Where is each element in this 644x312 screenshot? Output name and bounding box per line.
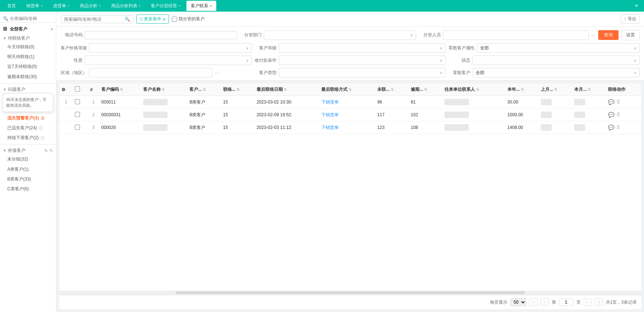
nav-tab-purchase[interactable]: 进货单 × [49, 1, 74, 11]
row3-more-icon[interactable]: ⠿ [616, 125, 620, 130]
next-page-button[interactable]: > [584, 299, 591, 306]
edit-icon[interactable]: ✎ [49, 148, 53, 153]
sidebar-item-class-b[interactable]: B类客户(33) [0, 174, 56, 184]
row2-last-method[interactable]: 下销货单 [319, 109, 375, 121]
all-customers-header[interactable]: ⊞ 全部客户 « [0, 24, 56, 34]
row3-last-method[interactable]: 下销货单 [319, 121, 375, 134]
sidebar-item-churn-warning[interactable]: 流失预警客户(3) ⚠ [0, 113, 56, 123]
sidebar-item-ungrouped[interactable]: 未分组(32) [0, 154, 56, 164]
row3-method-link[interactable]: 下销货单 [321, 125, 339, 130]
nav-tab-customer-contact-close[interactable]: × [210, 4, 212, 8]
nav-tab-sales-close[interactable]: × [41, 4, 43, 8]
row1-checkbox[interactable] [75, 99, 80, 104]
status-select[interactable]: ∨ [472, 56, 640, 65]
customer-table: ⚙ # 客户编码⇅ 客户名称⇅ 客户...⇅ 联络...⇅ 最后联络日期⇅ 最后… [59, 84, 641, 134]
nav-tab-analysis-list[interactable]: 商品分析列表 × [107, 1, 145, 11]
row2-action-icons: 💬 ⠿ [608, 112, 639, 118]
per-page-select[interactable]: 50 [510, 298, 526, 306]
filter-bar: 🔍 ▽ 更多条件 ∧ 我分管的客户 ↑ 导出 [56, 12, 644, 27]
row2-more-icon[interactable]: ⠿ [616, 112, 620, 118]
customer-grade-select[interactable]: ∨ [279, 43, 446, 53]
overdue-sort-icon: ⇅ [424, 88, 427, 92]
sidebar-item-overdue-contact[interactable]: 逾期未联络(30) [0, 72, 56, 82]
th-this-month[interactable]: 本月...⇅ [572, 84, 605, 96]
customer-type-select[interactable]: ∨ [279, 68, 446, 77]
sidebar-item-class-a[interactable]: A类客户(1) [0, 165, 56, 174]
th-last-month[interactable]: 上月...⇅ [539, 84, 572, 96]
nav-tab-customer-segment[interactable]: 客户分层经营 × [146, 1, 185, 11]
row2-this-month-blurred: ██ [574, 112, 585, 118]
sidebar-item-tomorrow-contact[interactable]: 明天待联络(1) [0, 52, 56, 62]
th-checkbox[interactable] [73, 84, 88, 96]
region-more-icon[interactable]: ··· [215, 70, 219, 76]
horizontal-scrollbar[interactable] [59, 291, 641, 295]
nav-tab-analysis-list-label: 商品分析列表 [111, 3, 137, 9]
sidebar-item-class-c[interactable]: C类客户(6) [0, 184, 56, 194]
dept-select[interactable]: ∨ [264, 31, 416, 40]
window-close-button[interactable]: × [632, 3, 641, 9]
th-type[interactable]: 客户...⇅ [187, 84, 221, 96]
person-more-icon[interactable]: ··· [591, 32, 595, 38]
row3-checkbox[interactable] [75, 125, 80, 130]
retail-customer-select[interactable]: 全部 ∨ [472, 68, 640, 77]
sidebar-item-today-contact[interactable]: 今天待联络(0) [0, 42, 56, 52]
th-this-year[interactable]: 本年...⇅ [505, 84, 539, 96]
row1-this-month: ██ [572, 96, 605, 109]
search-input[interactable] [64, 17, 123, 22]
th-contact-label: 联络... [223, 86, 236, 93]
row2-chat-icon[interactable]: 💬 [608, 112, 614, 118]
price-grade-select[interactable]: ∨ [89, 43, 252, 53]
row2-method-link[interactable]: 下销货单 [321, 112, 339, 117]
sidebar-item-churned[interactable]: 已流失客户(24) ⓘ [0, 123, 56, 133]
query-button[interactable]: 查询 [598, 30, 619, 40]
more-conditions-button[interactable]: ▽ 更多条件 ∧ [136, 15, 169, 24]
th-unit-contact[interactable]: 往来单位联系人⇅ [442, 84, 505, 96]
th-name[interactable]: 客户名称⇅ [141, 84, 188, 96]
nav-tab-analysis-list-close[interactable]: × [139, 4, 141, 8]
row1-method-link[interactable]: 下销货单 [321, 100, 339, 105]
select-all-checkbox[interactable] [75, 86, 80, 92]
warning-icon: ⚠ [41, 116, 45, 121]
sidebar-search-input[interactable] [10, 16, 53, 21]
row3-chat-icon[interactable]: 💬 [608, 125, 614, 130]
nav-tab-analysis[interactable]: 商品分析 × [76, 1, 105, 11]
row1-chat-icon[interactable]: 💬 [608, 99, 614, 105]
page-number-input[interactable] [559, 299, 573, 306]
row1-last-method[interactable]: 下销货单 [319, 96, 375, 109]
row2-unit-blurred: ██████ [444, 112, 469, 118]
nav-tab-purchase-close[interactable]: × [68, 4, 70, 8]
last-page-button[interactable]: >| [594, 299, 603, 306]
nav-tab-customer-segment-close[interactable]: × [178, 4, 181, 8]
region-select[interactable] [89, 68, 213, 77]
th-contact[interactable]: 联络...⇅ [221, 84, 254, 96]
person-select[interactable] [443, 31, 589, 40]
th-last-contact-date[interactable]: 最后联络日期⇅ [254, 84, 319, 96]
dept-label: 分管部门 [240, 32, 262, 38]
th-settings[interactable]: ⚙ [59, 84, 73, 96]
nav-tab-customer-contact[interactable]: 客户联系 × [186, 1, 216, 11]
nav-tab-purchase-label: 进货单 [53, 3, 66, 9]
th-overdue[interactable]: 逾期...⇅ [408, 84, 442, 96]
retail-attr-select[interactable]: 全部 ∨ [477, 43, 640, 53]
nav-home[interactable]: 首页 [3, 1, 20, 11]
my-customers-checkbox[interactable] [172, 17, 177, 22]
nav-tab-analysis-close[interactable]: × [99, 4, 101, 8]
prev-page-button[interactable]: < [541, 299, 548, 306]
first-page-button[interactable]: |< [529, 299, 538, 306]
export-button[interactable]: ↑ 导出 [621, 15, 640, 24]
settings-button[interactable]: 设置 [621, 30, 640, 40]
sidebar-collapse-button[interactable]: « [51, 27, 53, 32]
nav-tab-sales[interactable]: 销货单 × [22, 1, 47, 11]
row2-index [59, 109, 73, 121]
phone-input[interactable] [85, 31, 237, 39]
row2-checkbox[interactable] [75, 112, 80, 117]
row1-more-icon[interactable]: ⠿ [616, 99, 620, 105]
th-code[interactable]: 客户编码⇅ [99, 84, 141, 96]
sidebar-item-7day-contact[interactable]: 近7天待联络(0) [0, 62, 56, 72]
refresh-icon[interactable]: ↻ [44, 148, 48, 153]
sidebar-item-declining[interactable]: 持续下滑客户(2) ⓘ [0, 133, 56, 143]
gender-select[interactable]: ∨ [85, 56, 252, 65]
th-last-contact-method[interactable]: 最后联络方式⇅ [319, 84, 375, 96]
payment-select[interactable]: ∨ [279, 56, 446, 65]
th-uncontacted[interactable]: 未联...⇅ [375, 84, 408, 96]
